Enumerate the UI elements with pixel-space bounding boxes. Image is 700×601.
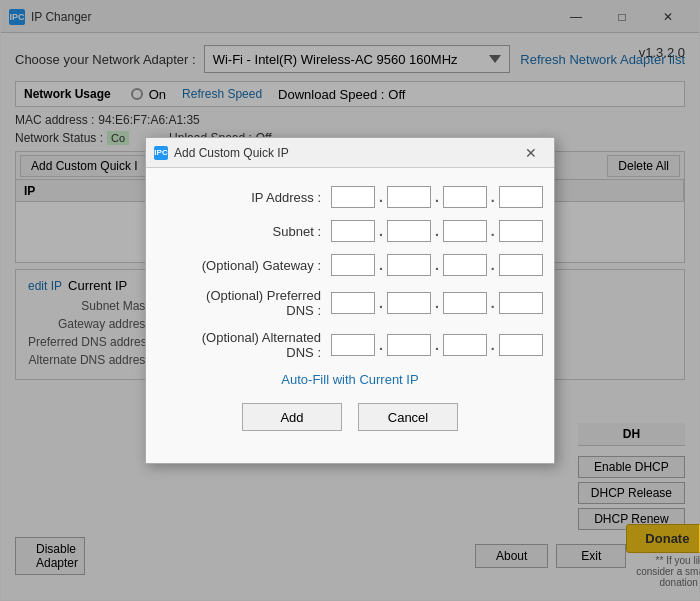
preferred-dns-dot-3: . xyxy=(491,295,495,311)
preferred-dns-optional-label: (Optional) Preferred DNS : xyxy=(176,288,321,318)
main-window: IPC IP Changer — □ ✕ v1.3.2.0 Choose you… xyxy=(0,0,700,601)
alternated-dns-octet-3[interactable] xyxy=(443,334,487,356)
subnet-dot-2: . xyxy=(435,223,439,239)
alternated-dns-label: (Optional) Alternated DNS : xyxy=(176,330,321,360)
preferred-dns-dot-2: . xyxy=(435,295,439,311)
subnet-octet-4[interactable] xyxy=(499,220,543,242)
modal-body: IP Address : . . . Subnet : xyxy=(146,168,554,463)
ip-dot-3: . xyxy=(491,189,495,205)
alternated-dns-octet-2[interactable] xyxy=(387,334,431,356)
preferred-dns-octet-1[interactable] xyxy=(331,292,375,314)
subnet-octet-2[interactable] xyxy=(387,220,431,242)
gateway-octet-2[interactable] xyxy=(387,254,431,276)
alternated-dns-octet-4[interactable] xyxy=(499,334,543,356)
gateway-optional-label: (Optional) Gateway : xyxy=(176,258,321,273)
preferred-dns-octet-2[interactable] xyxy=(387,292,431,314)
ip-octet-2[interactable] xyxy=(387,186,431,208)
modal-overlay: IPC Add Custom Quick IP ✕ IP Address : .… xyxy=(1,1,699,600)
auto-fill-link[interactable]: Auto-Fill with Current IP xyxy=(176,372,524,387)
alternated-dns-octet-1[interactable] xyxy=(331,334,375,356)
preferred-dns-optional-row: (Optional) Preferred DNS : . . . xyxy=(176,288,524,318)
modal-cancel-button[interactable]: Cancel xyxy=(358,403,458,431)
modal-title: Add Custom Quick IP xyxy=(174,146,516,160)
alternated-dns-row: (Optional) Alternated DNS : . . . xyxy=(176,330,524,360)
modal-icon: IPC xyxy=(154,146,168,160)
gateway-octets: . . . xyxy=(331,254,543,276)
subnet-label: Subnet : xyxy=(176,224,321,239)
gateway-octet-3[interactable] xyxy=(443,254,487,276)
ip-address-row: IP Address : . . . xyxy=(176,186,524,208)
alternated-dns-dot-3: . xyxy=(491,337,495,353)
subnet-octet-1[interactable] xyxy=(331,220,375,242)
gateway-optional-row: (Optional) Gateway : . . . xyxy=(176,254,524,276)
preferred-dns-octet-4[interactable] xyxy=(499,292,543,314)
ip-octet-3[interactable] xyxy=(443,186,487,208)
preferred-dns-octets: . . . xyxy=(331,292,543,314)
ip-dot-1: . xyxy=(379,189,383,205)
gateway-octet-4[interactable] xyxy=(499,254,543,276)
ip-address-octets: . . . xyxy=(331,186,543,208)
subnet-dot-3: . xyxy=(491,223,495,239)
alternated-dns-dot-2: . xyxy=(435,337,439,353)
ip-octet-1[interactable] xyxy=(331,186,375,208)
add-custom-quick-ip-dialog: IPC Add Custom Quick IP ✕ IP Address : .… xyxy=(145,137,555,464)
alternated-dns-octets: . . . xyxy=(331,334,543,356)
modal-add-button[interactable]: Add xyxy=(242,403,342,431)
gateway-dot-3: . xyxy=(491,257,495,273)
alternated-dns-dot-1: . xyxy=(379,337,383,353)
preferred-dns-octet-3[interactable] xyxy=(443,292,487,314)
modal-close-button[interactable]: ✕ xyxy=(516,138,546,168)
gateway-dot-1: . xyxy=(379,257,383,273)
subnet-octet-3[interactable] xyxy=(443,220,487,242)
subnet-row: Subnet : . . . xyxy=(176,220,524,242)
ip-address-label: IP Address : xyxy=(176,190,321,205)
modal-title-bar: IPC Add Custom Quick IP ✕ xyxy=(146,138,554,168)
preferred-dns-dot-1: . xyxy=(379,295,383,311)
gateway-octet-1[interactable] xyxy=(331,254,375,276)
subnet-octets: . . . xyxy=(331,220,543,242)
modal-footer: Add Cancel xyxy=(176,403,524,447)
gateway-dot-2: . xyxy=(435,257,439,273)
ip-dot-2: . xyxy=(435,189,439,205)
ip-octet-4[interactable] xyxy=(499,186,543,208)
subnet-dot-1: . xyxy=(379,223,383,239)
